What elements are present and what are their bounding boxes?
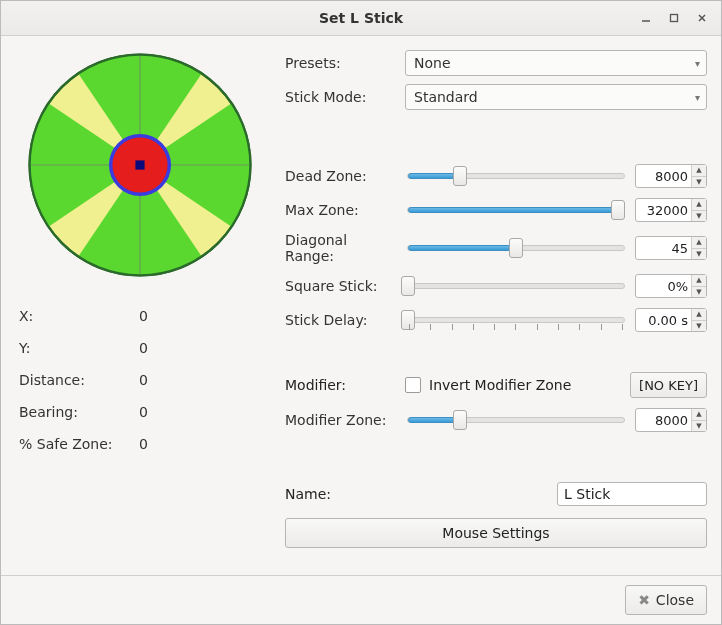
mouse-settings-button[interactable]: Mouse Settings xyxy=(285,518,707,548)
window-title: Set L Stick xyxy=(1,10,721,26)
svg-rect-1 xyxy=(671,15,678,22)
max-zone-spinbox[interactable]: 32000▲▼ xyxy=(635,198,707,222)
stick-delay-value: 0.00 s xyxy=(636,309,691,331)
max-zone-spin-down[interactable]: ▼ xyxy=(692,211,706,222)
status-grid: X: 0 Y: 0 Distance: 0 Bearing: 0 % Safe … xyxy=(15,308,265,452)
close-button-label: Close xyxy=(656,592,694,608)
diagonal-range-label: Diagonal Range: xyxy=(285,232,397,264)
footer: ✖ Close xyxy=(1,575,721,624)
dead-zone-slider[interactable] xyxy=(407,165,625,187)
max-zone-spin-up[interactable]: ▲ xyxy=(692,199,706,211)
stick-delay-spin-down[interactable]: ▼ xyxy=(692,321,706,332)
stick-delay-row: Stick Delay:0.00 s▲▼ xyxy=(285,308,707,332)
modifier-zone-value: 8000 xyxy=(636,409,691,431)
modifier-zone-row: Modifier Zone:8000▲▼ xyxy=(285,408,707,432)
modifier-zone-label: Modifier Zone: xyxy=(285,412,397,428)
modifier-zone-slider[interactable] xyxy=(407,409,625,431)
square-stick-spin-down[interactable]: ▼ xyxy=(692,287,706,298)
close-icon xyxy=(697,13,707,23)
diagonal-range-slider-thumb[interactable] xyxy=(509,238,523,258)
dead-zone-value: 8000 xyxy=(636,165,691,187)
presets-combo[interactable]: None ▾ xyxy=(405,50,707,76)
right-column: Presets: None ▾ Stick Mode: Standard ▾ D… xyxy=(285,50,707,575)
invert-modifier-label: Invert Modifier Zone xyxy=(429,377,622,393)
invert-modifier-checkbox[interactable] xyxy=(405,377,421,393)
diagonal-range-row: Diagonal Range:45▲▼ xyxy=(285,232,707,264)
diagonal-range-spin-down[interactable]: ▼ xyxy=(692,249,706,260)
dead-zone-slider-thumb[interactable] xyxy=(453,166,467,186)
stick-delay-slider[interactable] xyxy=(407,309,625,331)
dead-zone-spin-down[interactable]: ▼ xyxy=(692,177,706,188)
name-input[interactable]: L Stick xyxy=(557,482,707,506)
max-zone-slider[interactable] xyxy=(407,199,625,221)
window-controls xyxy=(633,8,721,28)
diagonal-range-spinbox[interactable]: 45▲▼ xyxy=(635,236,707,260)
square-stick-spinbox[interactable]: 0%▲▼ xyxy=(635,274,707,298)
close-icon: ✖ xyxy=(638,592,650,608)
maximize-icon xyxy=(669,13,679,23)
name-label: Name: xyxy=(285,486,397,502)
presets-value: None xyxy=(414,55,451,71)
svg-rect-9 xyxy=(135,160,144,169)
stick-delay-spin-up[interactable]: ▲ xyxy=(692,309,706,321)
status-distance-label: Distance: xyxy=(19,372,139,388)
presets-row: Presets: None ▾ xyxy=(285,50,707,76)
maximize-button[interactable] xyxy=(661,8,687,28)
minimize-button[interactable] xyxy=(633,8,659,28)
status-y-label: Y: xyxy=(19,340,139,356)
modifier-label: Modifier: xyxy=(285,377,397,393)
presets-label: Presets: xyxy=(285,55,397,71)
minimize-icon xyxy=(641,13,651,23)
name-row: Name: L Stick xyxy=(285,482,707,506)
chevron-down-icon: ▾ xyxy=(695,58,700,69)
status-safezone-label: % Safe Zone: xyxy=(19,436,139,452)
stick-delay-label: Stick Delay: xyxy=(285,312,397,328)
close-window-button[interactable] xyxy=(689,8,715,28)
modifier-key-button[interactable]: [NO KEY] xyxy=(630,372,707,398)
status-x-value: 0 xyxy=(139,308,199,324)
square-stick-label: Square Stick: xyxy=(285,278,397,294)
stick-mode-value: Standard xyxy=(414,89,478,105)
stick-delay-spinbox[interactable]: 0.00 s▲▼ xyxy=(635,308,707,332)
content: X: 0 Y: 0 Distance: 0 Bearing: 0 % Safe … xyxy=(1,36,721,575)
status-distance-value: 0 xyxy=(139,372,199,388)
max-zone-slider-thumb[interactable] xyxy=(611,200,625,220)
dead-zone-row: Dead Zone:8000▲▼ xyxy=(285,164,707,188)
chevron-down-icon: ▾ xyxy=(695,92,700,103)
left-column: X: 0 Y: 0 Distance: 0 Bearing: 0 % Safe … xyxy=(15,50,265,575)
status-bearing-label: Bearing: xyxy=(19,404,139,420)
status-x-label: X: xyxy=(19,308,139,324)
stick-mode-row: Stick Mode: Standard ▾ xyxy=(285,84,707,110)
stick-visualization xyxy=(25,50,255,280)
dead-zone-spinbox[interactable]: 8000▲▼ xyxy=(635,164,707,188)
stick-mode-combo[interactable]: Standard ▾ xyxy=(405,84,707,110)
diagonal-range-slider[interactable] xyxy=(407,237,625,259)
square-stick-slider-thumb[interactable] xyxy=(401,276,415,296)
status-bearing-value: 0 xyxy=(139,404,199,420)
dead-zone-spin-up[interactable]: ▲ xyxy=(692,165,706,177)
modifier-row: Modifier: Invert Modifier Zone [NO KEY] xyxy=(285,372,707,398)
max-zone-row: Max Zone:32000▲▼ xyxy=(285,198,707,222)
stick-mode-label: Stick Mode: xyxy=(285,89,397,105)
square-stick-slider[interactable] xyxy=(407,275,625,297)
close-button[interactable]: ✖ Close xyxy=(625,585,707,615)
titlebar: Set L Stick xyxy=(1,1,721,36)
square-stick-value: 0% xyxy=(636,275,691,297)
square-stick-row: Square Stick:0%▲▼ xyxy=(285,274,707,298)
square-stick-spin-up[interactable]: ▲ xyxy=(692,275,706,287)
diagonal-range-value: 45 xyxy=(636,237,691,259)
modifier-zone-spin-down[interactable]: ▼ xyxy=(692,421,706,432)
dead-zone-label: Dead Zone: xyxy=(285,168,397,184)
max-zone-label: Max Zone: xyxy=(285,202,397,218)
max-zone-value: 32000 xyxy=(636,199,691,221)
status-y-value: 0 xyxy=(139,340,199,356)
modifier-zone-slider-thumb[interactable] xyxy=(453,410,467,430)
window: Set L Stick xyxy=(0,0,722,625)
status-safezone-value: 0 xyxy=(139,436,199,452)
modifier-zone-spinbox[interactable]: 8000▲▼ xyxy=(635,408,707,432)
diagonal-range-spin-up[interactable]: ▲ xyxy=(692,237,706,249)
modifier-zone-spin-up[interactable]: ▲ xyxy=(692,409,706,421)
